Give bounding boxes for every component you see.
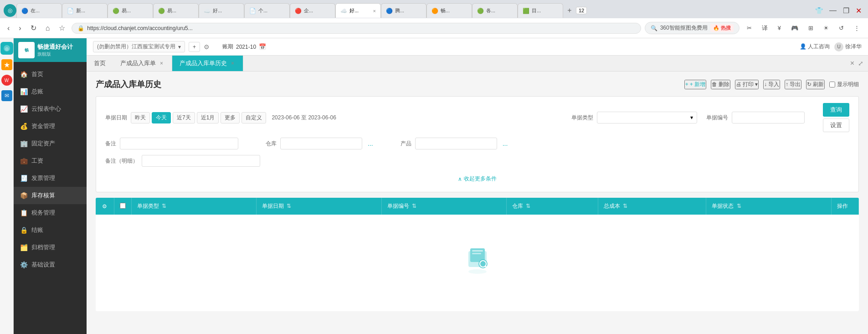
col-bill-type[interactable]: 单据类型 ⇅	[131, 198, 257, 215]
browser-tab-10[interactable]: 🟠 畅...	[426, 3, 472, 18]
sidebar-item-invoice[interactable]: 🧾 发票管理	[14, 170, 87, 187]
show-fields-toggle[interactable]: 显示明细	[829, 81, 859, 88]
tab2-close[interactable]: ×	[230, 60, 236, 67]
product-dots[interactable]: ...	[503, 140, 508, 147]
sidebar-item-salary[interactable]: 💼 工资	[14, 152, 87, 170]
settings-gear-btn[interactable]: ⋮	[850, 23, 863, 33]
sidebar-item-cash[interactable]: 💰 资金管理	[14, 118, 87, 135]
sidebar-item-home[interactable]: 🏠 首页	[14, 66, 87, 83]
address-bar[interactable]: 🔒 https://cloud.chanjet.com/accounting/u…	[72, 23, 641, 34]
browser-tab-9[interactable]: 🔵 腾...	[381, 3, 426, 18]
page-tab-2[interactable]: 产成品入库单历史 ×	[172, 56, 243, 71]
browser-tab-5[interactable]: ☁️ 好...	[199, 3, 244, 18]
browser-tab-11[interactable]: 🟢 各...	[472, 3, 518, 18]
1month-btn[interactable]: 近1月	[197, 112, 219, 123]
breadcrumb-home[interactable]: 首页	[87, 56, 113, 71]
account-selector[interactable]: (勿删勿禁用）江西服宝测试专用 ▾	[93, 41, 185, 52]
remarks-input[interactable]	[120, 138, 238, 149]
product-input[interactable]	[415, 138, 497, 149]
new-btn[interactable]: + + 新增	[684, 80, 706, 89]
search-360-bar[interactable]: 🔍 360智能抠图免费用 🔥 热搜	[645, 22, 740, 34]
query-btn[interactable]: 查询	[823, 103, 849, 117]
theme-btn[interactable]: ☀	[820, 23, 832, 33]
browser-tab-2[interactable]: 📄 新...	[62, 3, 108, 18]
weibo-icon[interactable]: W	[1, 75, 12, 86]
browser-tab-8[interactable]: ☁️ 好... ×	[335, 3, 381, 18]
sidebar-item-fixed[interactable]: 🏢 固定资产	[14, 135, 87, 152]
page-expand-btn[interactable]: ⤢	[858, 60, 863, 67]
sidebar-item-inventory[interactable]: 📦 库存核算	[14, 187, 87, 204]
browser-tab-12[interactable]: 🟩 目...	[518, 3, 563, 18]
more-btn[interactable]: 更多	[221, 112, 240, 123]
quick-icon-1[interactable]: ★	[1, 59, 12, 70]
yesterday-btn[interactable]: 昨天	[131, 112, 150, 123]
today-btn[interactable]: 今天	[152, 112, 171, 123]
tab-icon-11: 🟢	[477, 8, 484, 14]
account-settings-btn[interactable]: ⚙	[204, 43, 210, 51]
browser-tab-6[interactable]: 📄 个...	[244, 3, 290, 18]
warehouse-input[interactable]	[280, 138, 362, 149]
tab1-close[interactable]: ×	[159, 60, 164, 67]
reload-btn[interactable]: ↻	[28, 22, 39, 34]
col-bill-no[interactable]: 单据编号 ⇅	[381, 198, 507, 215]
col-warehouse[interactable]: 仓库 ⇅	[507, 198, 598, 215]
remarks-detail-input[interactable]	[142, 155, 260, 167]
app-logo-icon[interactable]: ◎	[0, 42, 13, 55]
filter-settings-btn[interactable]: 设置	[823, 118, 849, 132]
sidebar-item-tax[interactable]: 📋 税务管理	[14, 204, 87, 221]
browser-tab-7[interactable]: 🔴 企...	[290, 3, 335, 18]
7days-btn[interactable]: 近7天	[173, 112, 195, 123]
tab-close-8[interactable]: ×	[373, 8, 376, 14]
sidebar-item-ledger[interactable]: 📊 总账	[14, 83, 87, 100]
bill-no-input[interactable]	[732, 112, 805, 123]
tab-add-btn[interactable]: +	[563, 4, 576, 17]
user-profile-btn[interactable]: U 徐泽华	[834, 42, 862, 51]
custom-btn[interactable]: 自定义	[241, 112, 266, 123]
gamepad-btn[interactable]: 🎮	[787, 23, 802, 33]
page-close-btn[interactable]: ×	[850, 59, 854, 67]
col-total-cost[interactable]: 总成本 ⇅	[598, 198, 706, 215]
browser-tab-3[interactable]: 🟢 易...	[108, 3, 153, 18]
mail-icon[interactable]: ✉	[1, 90, 12, 101]
select-all-checkbox[interactable]	[120, 203, 126, 209]
period-calendar-btn[interactable]: 📅	[259, 43, 266, 50]
col-gear[interactable]: ⚙	[96, 198, 114, 215]
translate-btn[interactable]: 译	[758, 23, 771, 34]
nav-circle-btn[interactable]: ◎	[4, 4, 16, 17]
tab2-label: 产成品入库单历史	[180, 59, 227, 67]
col-bill-date[interactable]: 单据日期 ⇅	[257, 198, 382, 215]
add-account-btn[interactable]: +	[189, 42, 200, 52]
currency-btn[interactable]: ¥	[774, 23, 785, 33]
refresh-btn[interactable]: ↻ 刷新	[806, 80, 825, 89]
browser-tab-1[interactable]: 🔵 在...	[16, 3, 62, 18]
show-fields-checkbox[interactable]	[829, 82, 835, 87]
maximize-btn[interactable]: ❐	[840, 5, 852, 16]
home-btn[interactable]: ⌂	[43, 23, 53, 34]
browser-tab-4[interactable]: 🟢 易...	[153, 3, 199, 18]
sidebar-item-settlement[interactable]: 🔒 结账	[14, 221, 87, 239]
close-btn[interactable]: ✕	[853, 5, 864, 16]
undo-btn[interactable]: ↺	[835, 23, 847, 33]
ai-service-btn[interactable]: 👤 人工咨询	[800, 43, 830, 51]
warehouse-dots[interactable]: ...	[368, 140, 373, 147]
col-bill-status[interactable]: 单据状态 ⇅	[706, 198, 832, 215]
bookmark-btn[interactable]: ☆	[56, 22, 68, 34]
page-tab-1[interactable]: 产成品入库单 ×	[113, 56, 172, 71]
col-checkbox[interactable]	[114, 198, 131, 215]
sidebar-item-report[interactable]: 📈 云报表中心	[14, 100, 87, 118]
shirt-icon-btn[interactable]: 👕	[812, 5, 826, 15]
print-btn[interactable]: 🖨 打印 ▾	[735, 80, 759, 89]
minimize-btn[interactable]: —	[827, 5, 839, 16]
export-btn[interactable]: ↑ 导出	[785, 80, 801, 89]
basic-settings-icon: ⚙️	[20, 261, 28, 268]
collapse-bar[interactable]: ∧ 收起更多条件	[105, 172, 849, 185]
forward-btn[interactable]: ›	[16, 23, 24, 34]
bill-type-select[interactable]: ▾	[597, 112, 697, 123]
sidebar-item-archive[interactable]: 🗂️ 归档管理	[14, 239, 87, 256]
sidebar-item-basic[interactable]: ⚙️ 基础设置	[14, 256, 87, 273]
grid-btn[interactable]: ⊞	[805, 23, 817, 33]
back-btn[interactable]: ‹	[5, 23, 12, 34]
scissors-btn[interactable]: ✂	[743, 23, 755, 33]
import-btn[interactable]: ↓ 导入	[763, 80, 780, 89]
delete-btn[interactable]: 🗑 删除	[711, 80, 730, 89]
